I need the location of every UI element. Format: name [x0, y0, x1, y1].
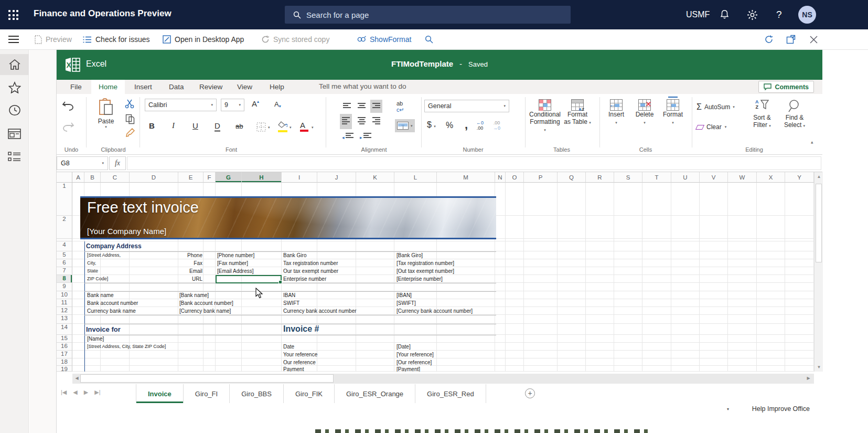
sheet-tab-giro_fi[interactable]: Giro_FI — [184, 384, 230, 403]
cell-address-line3[interactable]: State — [87, 268, 98, 273]
increase-decimal-button[interactable]: ←0.00 — [476, 120, 484, 131]
column-header-L[interactable]: L — [394, 172, 437, 183]
cell-date-label[interactable]: Date — [283, 344, 294, 350]
column-header-F[interactable]: F — [203, 172, 216, 183]
cell-url-label[interactable]: URL — [175, 276, 202, 282]
comma-format-button[interactable]: , — [465, 118, 468, 132]
redo-button[interactable] — [62, 121, 74, 133]
sidebar-home-icon[interactable] — [0, 54, 29, 75]
cell-phone-value[interactable]: [Phone number] — [217, 252, 254, 258]
sidebar-modules-list-icon[interactable] — [0, 146, 29, 167]
column-header-O[interactable]: O — [506, 172, 524, 183]
name-box[interactable]: G8▾ — [57, 156, 108, 170]
row-header-11[interactable]: 11 — [57, 299, 72, 307]
underline-button[interactable]: U — [192, 121, 198, 130]
percent-format-button[interactable]: % — [446, 121, 453, 130]
doc-name[interactable]: FTIModTemplate — [391, 59, 453, 68]
formula-input[interactable] — [127, 156, 821, 170]
page-search-box[interactable]: Search for a page — [285, 6, 571, 24]
row-header-12[interactable]: 12 — [57, 307, 72, 315]
tab-help[interactable]: Help — [262, 80, 292, 94]
column-header-C[interactable]: C — [101, 172, 130, 183]
cell-tax-exempt-label[interactable]: Our tax exempt number — [283, 268, 338, 274]
spreadsheet-grid[interactable]: ABCDEFGHIJKLMNOPQRSTUVWXY 12456789101112… — [57, 172, 814, 372]
merge-center-button[interactable]: ↔ ▾ — [395, 119, 415, 132]
cell-currency-bank-value[interactable]: [Currency bank name] — [179, 308, 231, 314]
row-header-8[interactable]: 8 — [57, 275, 72, 283]
cell-bank-name-label[interactable]: Bank name — [87, 292, 114, 298]
decrease-decimal-button[interactable]: .00→0 — [493, 120, 500, 131]
settings-gear-icon[interactable] — [747, 0, 758, 29]
help-icon[interactable]: ? — [776, 0, 782, 29]
cell-email-label[interactable]: Email — [175, 268, 202, 274]
cell-invoice-address[interactable]: [Street Address, City, State ZIP Code] — [87, 344, 166, 349]
column-header-T[interactable]: T — [642, 172, 671, 183]
sync-stored-copy-button[interactable]: Sync stored copy — [261, 29, 329, 49]
align-right-button[interactable] — [372, 116, 380, 127]
italic-button[interactable]: I — [172, 121, 175, 130]
scroll-right-arrow[interactable]: ▶ — [804, 376, 813, 381]
notifications-bell-icon[interactable] — [720, 0, 730, 29]
strikethrough-button[interactable]: ab — [235, 122, 243, 130]
wrap-text-button[interactable]: abc↵ — [397, 100, 404, 113]
cell-fax-label[interactable]: Fax — [175, 260, 202, 266]
cell-company-address-heading[interactable]: Company Address — [86, 242, 142, 250]
horizontal-scrollbar[interactable]: ◀ ▶ — [72, 374, 814, 384]
bold-button[interactable]: B — [149, 121, 155, 130]
sort-filter-button[interactable]: AZ Sort &Filter ▾ — [747, 99, 777, 130]
toolbar-search-icon[interactable] — [425, 29, 433, 49]
tab-data[interactable]: Data — [162, 80, 191, 94]
cell-tax-reg-label[interactable]: Tax registration number — [283, 260, 338, 266]
sheet-tab-giro_fik[interactable]: Giro_FIK — [284, 384, 335, 403]
format-as-table-button[interactable]: AZ Formatas Table ▾ — [561, 99, 594, 126]
cell-enterprise-label[interactable]: Enterprise number — [283, 276, 326, 282]
sheet-tab-giro_esr_red[interactable]: Giro_ESR_Red — [415, 384, 486, 403]
insert-cells-button[interactable]: ← Insert▾ — [603, 99, 629, 126]
footer-caret-icon[interactable]: ▾ — [727, 407, 729, 411]
open-in-desktop-app-button[interactable]: Open in Desktop App — [163, 29, 244, 49]
column-header-E[interactable]: E — [178, 172, 203, 183]
increase-indent-button[interactable]: ▸ — [360, 132, 370, 140]
cell-currency-account-value[interactable]: [Currency bank account number] — [397, 308, 473, 314]
autosum-button[interactable]: Σ AutoSum▾ — [696, 102, 735, 112]
font-color-button[interactable]: A — [300, 121, 308, 132]
copy-button[interactable] — [125, 114, 135, 126]
column-header-P[interactable]: P — [524, 172, 558, 183]
cell-iban-label[interactable]: IBAN — [283, 292, 295, 298]
column-header-S[interactable]: S — [614, 172, 642, 183]
column-header-B[interactable]: B — [84, 172, 101, 183]
currency-format-button[interactable]: $ ▾ — [427, 120, 436, 130]
column-header-H[interactable]: H — [242, 172, 282, 183]
grow-font-button[interactable]: A▴ — [252, 99, 259, 108]
cell-phone-label[interactable]: Phone — [175, 252, 202, 258]
row-header-16[interactable]: 16 — [57, 343, 72, 351]
column-header-N[interactable]: N — [495, 172, 506, 183]
column-header-R[interactable]: R — [586, 172, 614, 183]
format-cells-button[interactable]: Format▾ — [660, 99, 686, 126]
fx-button[interactable]: fx — [109, 156, 126, 170]
double-underline-button[interactable]: D — [215, 121, 220, 132]
sidebar-recent-clock-icon[interactable] — [0, 100, 29, 121]
cell-payment-value[interactable]: [Payment] — [397, 366, 420, 372]
column-header-J[interactable]: J — [317, 172, 356, 183]
row-header-5[interactable]: 5 — [57, 251, 72, 259]
row-header-17[interactable]: 17 — [57, 351, 72, 358]
column-header-V[interactable]: V — [700, 172, 728, 183]
row-header-1[interactable]: 1 — [57, 183, 72, 216]
column-header-I[interactable]: I — [282, 172, 317, 183]
scroll-down-arrow[interactable]: ▼ — [815, 365, 823, 369]
tab-home[interactable]: Home — [91, 80, 125, 94]
company-selector[interactable]: USMF — [686, 0, 710, 29]
first-sheet-icon[interactable]: |◀ — [61, 389, 67, 396]
column-header-U[interactable]: U — [671, 172, 700, 183]
cell-email-value[interactable]: [Email Address] — [217, 268, 253, 274]
show-format-button[interactable]: ShowFormat — [357, 29, 411, 49]
row-header-19[interactable]: 19 — [57, 366, 72, 372]
last-sheet-icon[interactable]: ▶| — [94, 389, 100, 396]
shrink-font-button[interactable]: A▾ — [274, 100, 281, 109]
align-center-button[interactable] — [358, 116, 366, 127]
column-header-Q[interactable]: Q — [558, 172, 586, 183]
tab-file[interactable]: File — [63, 80, 89, 94]
column-header-M[interactable]: M — [437, 172, 495, 183]
row-header-13[interactable]: 13 — [57, 315, 72, 324]
